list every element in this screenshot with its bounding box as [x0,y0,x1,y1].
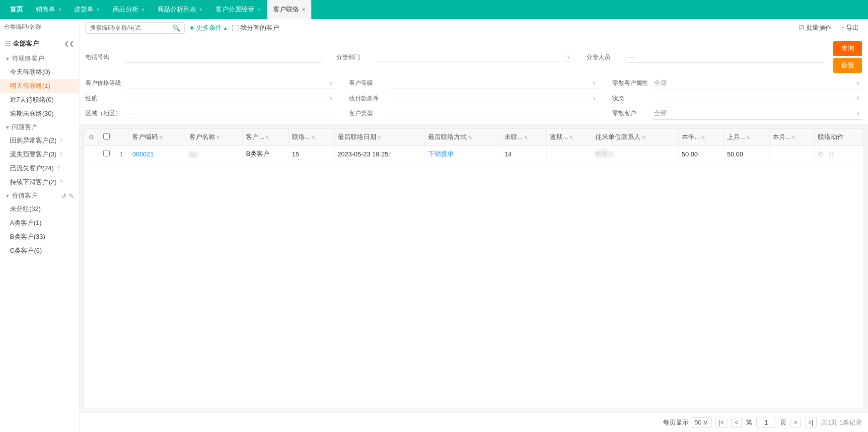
page-first-btn[interactable]: |< [716,418,727,428]
sidebar-item-class-a[interactable]: A类客户(1) [0,216,79,230]
filter-search-icon[interactable]: 🔍 [172,24,180,32]
query-button[interactable]: 查询 [833,41,862,56]
th-this-year[interactable]: 本年...⇅ [678,129,723,146]
content-area: 🔍 ▼ 更多条件 ▲ 我分管的客户 ☑ 批量操作 ↑ 导出 [79,19,868,432]
th-code[interactable]: 客户编码⇅ [129,129,186,146]
page-input[interactable] [756,418,776,428]
sidebar-item-declining-help[interactable]: ? [60,179,63,185]
nav-tab-sales-close[interactable]: × [58,6,61,12]
th-last-month[interactable]: 上月...⇅ [724,129,769,146]
export-btn[interactable]: ↑ 导出 [839,22,863,34]
filter-more-chevron-icon: ▲ [223,25,228,31]
sidebar-item-ungrouped[interactable]: 未分组(32) [0,202,79,216]
td-row-this-year: 50.00 [678,146,723,162]
set-button[interactable]: 设置 [833,58,862,73]
filter-field-customer-level: 客户等级 ∨ [349,78,599,88]
sidebar-item-repurchase-abnormal[interactable]: 回购异常客户(2) ? [0,134,79,147]
filter-manager-select[interactable]: ··· [626,52,823,63]
sidebar-value-refresh-icon[interactable]: ↺ [61,192,67,200]
nav-tab-purchase-label: 进货单 [74,5,93,14]
sidebar-all-customers[interactable]: ☷ 全部客户 ❮❮ [0,35,79,52]
per-page-value: 50 [694,419,701,426]
th-name[interactable]: 客户名称⇅ [186,129,243,146]
nav-tab-customer-tier[interactable]: 客户分层经营 × [210,0,266,19]
filter-customer-type-select[interactable] [389,112,599,115]
sidebar-item-class-c[interactable]: C类客户(6) [0,244,79,258]
th-no-contact[interactable]: 未联...⇅ [501,129,546,146]
sidebar-item-declining[interactable]: 持续下滑客户(2) ? [0,175,79,189]
filter-retail-attr-select[interactable]: 全部 ∨ [652,77,862,89]
nav-tab-product-analysis[interactable]: 商品分析 × [107,0,150,19]
filter-phone-input[interactable] [125,52,322,63]
filter-search-box: 🔍 [85,22,185,34]
th-settings[interactable]: ⚙ [84,129,99,146]
sidebar-item-class-b[interactable]: B类客户(33) [0,230,79,244]
sidebar-value-edit-icon[interactable]: ✎ [69,192,74,200]
page-prev-btn[interactable]: < [731,418,742,428]
filter-more-btn[interactable]: ▼ 更多条件 ▲ [189,23,228,32]
filter-retail-customer-select[interactable]: 全部 ∨ [652,107,862,120]
filter-dept-select[interactable]: ∨ [376,52,573,62]
filter-price-level-select[interactable]: ∨ [125,78,335,88]
nav-tab-customer-contact[interactable]: 客户联络 × [267,0,311,19]
th-overdue[interactable]: 逾期...⇅ [547,129,592,146]
sidebar-item-tomorrow[interactable]: 明天待联络(1) [0,79,79,93]
sidebar-item-churn-warning[interactable]: 流失预警客户(3) ? [0,147,79,161]
filter-field-gender: 性质 ∨ [85,93,335,103]
page-size-box[interactable]: 50 ∨ [691,417,711,428]
select-all-checkbox[interactable] [103,133,110,140]
th-unit-contact[interactable]: 往来单位联系人⇅ [592,129,678,146]
sidebar-item-overdue[interactable]: 逾期未联络(30) [0,107,79,121]
filter-manager-dots-icon[interactable]: ··· [628,53,634,61]
sidebar-item-churned[interactable]: 已流失客户(24) ? [0,161,79,175]
th-contact[interactable]: 联络...⇅ [289,129,334,146]
nav-home[interactable]: 首页 [4,0,29,19]
th-last-contact-method[interactable]: 最后联络方式⇅ [425,129,501,146]
filter-status-select[interactable]: ∨ [652,93,862,103]
td-row-this-month [769,146,814,162]
nav-tab-product-analysis-list-close[interactable]: × [199,6,202,12]
th-checkbox[interactable] [99,129,114,146]
th-category[interactable]: 客户...⇅ [243,129,289,146]
filter-region-dots-icon[interactable]: ··· [127,110,133,117]
filter-customer-type-label: 客户类型 [349,109,389,118]
th-last-contact-date[interactable]: 最后联络日期⇅ [334,129,425,146]
th-this-month[interactable]: 本月...⇅ [769,129,814,146]
top-navigation: 首页 销售单 × 进货单 × 商品分析 × 商品分析列表 × 客户分层经营 × … [0,0,868,19]
nav-tab-product-analysis-list[interactable]: 商品分析列表 × [151,0,208,19]
row-checkbox[interactable] [103,150,110,156]
filter-gender-select[interactable]: ∨ [125,93,335,103]
my-customers-check[interactable] [232,25,238,31]
page-last-btn[interactable]: >| [805,418,817,428]
batch-action-btn[interactable]: ☑ 批量操作 [796,22,835,34]
nav-tab-customer-contact-close[interactable]: × [302,6,305,12]
nav-tab-purchase[interactable]: 进货单 × [68,0,105,19]
filter-customer-level-select[interactable]: ∨ [389,78,599,88]
nav-tab-sales[interactable]: 销售单 × [30,0,67,19]
page-next-btn[interactable]: > [791,418,801,428]
table-header-row: ⚙ 客户编码⇅ 客户名称⇅ 客户...⇅ 联络...⇅ 最后联络日期⇅ 最后联络… [84,129,864,146]
td-row-checkbox[interactable] [99,146,114,162]
sidebar-item-churned-help[interactable]: ? [57,165,60,171]
nav-tab-customer-tier-close[interactable]: × [257,6,260,12]
nav-tab-purchase-close[interactable]: × [96,6,99,12]
last-method-link[interactable]: 下销货单 [428,150,454,157]
nav-tab-product-analysis-close[interactable]: × [142,6,145,12]
sidebar-item-repurchase-help[interactable]: ? [60,138,63,144]
filter-retail-attr-chevron-icon: ∨ [856,80,860,86]
filter-search-input[interactable] [90,24,170,31]
filter-my-customers-checkbox[interactable]: 我分管的客户 [232,23,279,32]
sidebar-item-7days[interactable]: 近7天待联络(0) [0,93,79,107]
sidebar-item-today[interactable]: 今天待联络(0) [0,65,79,79]
sidebar-item-ungrouped-label: 未分组(32) [10,205,41,214]
customer-code-link[interactable]: 000021 [132,150,153,158]
sidebar-search-input[interactable] [4,23,78,30]
td-row-last-method[interactable]: 下销货单 [425,146,501,162]
action-grid-icon[interactable]: ☷ [828,150,834,158]
sidebar-item-churn-warning-help[interactable]: ? [60,151,63,157]
filter-payment-select[interactable]: ∨ [389,93,599,103]
sidebar-collapse-btn[interactable]: ❮❮ [64,40,74,47]
td-row-code[interactable]: 000021 [129,146,186,162]
action-phone-icon[interactable]: ✆ [818,150,823,158]
filter-region-select[interactable]: ··· [125,108,335,119]
